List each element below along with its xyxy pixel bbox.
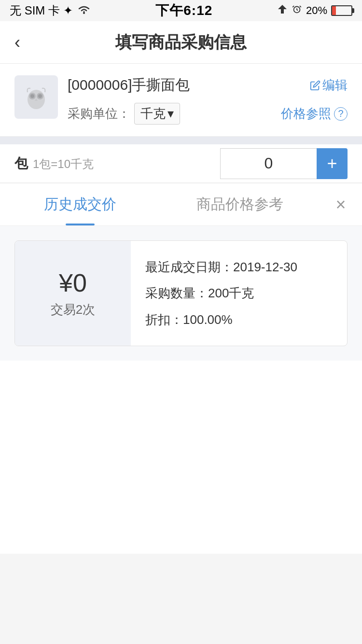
discount-row: 折扣：100.00%: [145, 311, 333, 328]
transaction-area: ¥0 交易2次 最近成交日期：2019-12-30 采购数量：200千克 折扣：…: [0, 226, 362, 361]
edit-button[interactable]: 编辑: [310, 77, 348, 94]
alarm-icon: [292, 4, 302, 17]
discount-value: 100.00%: [183, 312, 233, 327]
unit-conversion: 1包=10千克: [33, 156, 94, 172]
svg-marker-1: [278, 5, 287, 14]
tabs-row: 历史成交价 商品价格参考 ×: [0, 183, 362, 226]
transaction-price: ¥0: [59, 268, 87, 297]
purchase-qty-label: 采购数量：: [145, 286, 208, 300]
price-ref-question-icon: ?: [334, 107, 348, 121]
tab-active-indicator: [66, 224, 95, 225]
svg-point-0: [83, 12, 85, 14]
transaction-count: 交易2次: [51, 301, 95, 318]
quantity-control: 0 +: [220, 148, 348, 179]
product-info: [0000006]手撕面包 编辑 采购单位： 千克 ▾: [68, 75, 348, 125]
purchase-qty-row: 采购数量：200千克: [145, 284, 333, 302]
status-right: 20%: [277, 4, 352, 17]
tab-history-label: 历史成交价: [44, 195, 116, 214]
page-title: 填写商品采购信息: [115, 31, 247, 54]
svg-point-6: [30, 94, 34, 98]
edit-label: 编辑: [322, 77, 348, 94]
price-ref-button[interactable]: 价格参照 ?: [281, 105, 348, 122]
nav-bar: ‹ 填写商品采购信息: [0, 21, 362, 64]
location-icon: [277, 4, 288, 17]
discount-label: 折扣：: [145, 312, 183, 327]
recent-date-value: 2019-12-30: [233, 260, 297, 274]
unit-select[interactable]: 千克 ▾: [134, 103, 180, 125]
purchase-unit-label: 采购单位：: [68, 105, 130, 122]
panel-close-button[interactable]: ×: [320, 183, 362, 226]
tab-price-ref[interactable]: 商品价格参考: [160, 183, 320, 225]
quantity-row: 包 1包=10千克 0 +: [0, 144, 362, 183]
dropdown-arrow-icon: ▾: [167, 106, 174, 121]
recent-date-row: 最近成交日期：2019-12-30: [145, 258, 333, 276]
divider-band: [0, 137, 362, 144]
product-image: [14, 75, 58, 119]
wifi-icon: [77, 4, 91, 17]
price-ref-label: 价格参照: [281, 105, 331, 122]
unit-value: 千克: [140, 105, 166, 122]
transaction-card: ¥0 交易2次 最近成交日期：2019-12-30 采购数量：200千克 折扣：…: [14, 240, 348, 346]
time-display: 下午6:12: [155, 1, 212, 20]
battery-icon: [331, 5, 352, 16]
quantity-plus-button[interactable]: +: [317, 148, 348, 179]
tab-price-ref-label: 商品价格参考: [196, 195, 283, 214]
unit-badge: 包: [14, 154, 28, 173]
transaction-summary: ¥0 交易2次: [15, 241, 131, 346]
sim-status: 无 SIM 卡 ✦: [10, 3, 73, 18]
transaction-details: 最近成交日期：2019-12-30 采购数量：200千克 折扣：100.00%: [131, 241, 347, 346]
currency-symbol: ¥: [59, 269, 73, 297]
empty-area: [0, 361, 362, 554]
svg-point-7: [38, 94, 42, 98]
battery-percent: 20%: [306, 4, 327, 17]
product-name: [0000006]手撕面包: [68, 75, 190, 95]
bottom-panel: 历史成交价 商品价格参考 × ¥0 交易2次 最近成交日期：2019-12-30…: [0, 183, 362, 361]
status-bar: 无 SIM 卡 ✦ 下午6:12 20%: [0, 0, 362, 21]
purchase-qty-value: 200千克: [208, 286, 254, 300]
recent-date-label: 最近成交日期：: [145, 260, 233, 274]
tab-history[interactable]: 历史成交价: [0, 183, 160, 225]
status-left: 无 SIM 卡 ✦: [10, 3, 91, 18]
product-card: [0000006]手撕面包 编辑 采购单位： 千克 ▾: [0, 64, 362, 137]
quantity-unit: 包 1包=10千克: [14, 154, 94, 173]
quantity-input[interactable]: 0: [220, 148, 317, 179]
back-button[interactable]: ‹: [14, 32, 20, 53]
price-amount: 0: [73, 269, 87, 297]
